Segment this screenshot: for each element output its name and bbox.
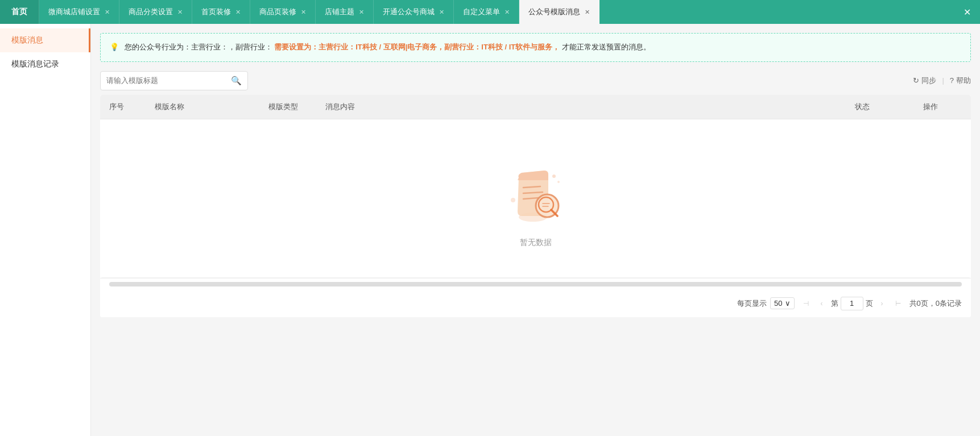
total-info: 共0页，0条记录 (909, 298, 962, 309)
pagination: 每页显示 50 ∨ ⊣ ‹ 第 页 › ⊢ 共0页，0条记录 (100, 290, 971, 317)
col-content: 消息内容 (316, 95, 846, 119)
empty-illustration (502, 160, 570, 229)
nav-tab-product-decor[interactable]: 商品页装修 ✕ (250, 0, 316, 24)
page-nav: ⊣ ‹ 第 页 › ⊢ (799, 297, 905, 310)
nav-tab-home[interactable]: 首页 (0, 0, 39, 24)
search-icon[interactable]: 🔍 (231, 76, 242, 86)
product-decor-label: 商品页装修 (259, 7, 296, 17)
empty-row: 暂无数据 (100, 119, 971, 277)
search-input[interactable] (106, 76, 231, 85)
notice-highlight: 需要设置为：主营行业：IT科技 / 互联网|电子商务，副营行业：IT科技 / I… (274, 43, 560, 51)
nav-tab-template-msg[interactable]: 公众号模版消息 ✕ (519, 0, 599, 24)
empty-state: 暂无数据 (109, 126, 962, 271)
page-size-value: 50 (774, 299, 782, 308)
bulb-icon: 💡 (110, 43, 119, 51)
page-word: 第 (831, 298, 838, 309)
toolbar-right: ↻ 同步 | ? 帮助 (913, 76, 971, 86)
table-header-row: 序号 模版名称 模版类型 消息内容 状态 操作 (100, 95, 971, 119)
help-icon: ? (950, 76, 954, 85)
col-action: 操作 (914, 95, 971, 119)
empty-cell: 暂无数据 (100, 119, 971, 277)
svg-point-10 (557, 181, 560, 183)
page-number-input[interactable] (841, 297, 863, 310)
page-size-chevron-icon: ∨ (785, 299, 791, 308)
page-layout: 模版消息 模版消息记录 💡 您的公众号行业为：主营行业：，副营行业： 需要设置为… (0, 24, 980, 436)
svg-point-11 (511, 198, 515, 202)
close-custom-menu-icon[interactable]: ✕ (505, 9, 510, 16)
product-category-label: 商品分类设置 (129, 7, 173, 17)
sync-button[interactable]: ↻ 同步 (913, 76, 936, 86)
search-wrap: 🔍 (100, 71, 248, 90)
nav-tab-home-decor[interactable]: 首页装修 ✕ (192, 0, 250, 24)
notice-box: 💡 您的公众号行业为：主营行业：，副营行业： 需要设置为：主营行业：IT科技 /… (100, 33, 971, 62)
nav-tab-custom-menu[interactable]: 自定义菜单 ✕ (454, 0, 519, 24)
close-open-mall-icon[interactable]: ✕ (439, 9, 444, 16)
toolbar-divider: | (942, 76, 944, 85)
help-label: 帮助 (956, 76, 971, 86)
close-shop-theme-icon[interactable]: ✕ (359, 9, 364, 16)
shop-settings-label: 微商城店铺设置 (48, 7, 100, 17)
main-content: 💡 您的公众号行业为：主营行业：，副营行业： 需要设置为：主营行业：IT科技 /… (91, 24, 980, 436)
table-container: 序号 模版名称 模版类型 消息内容 状态 操作 (100, 95, 971, 317)
home-decor-label: 首页装修 (201, 7, 231, 17)
nav-tab-shop-settings[interactable]: 微商城店铺设置 ✕ (39, 0, 119, 24)
col-status: 状态 (846, 95, 914, 119)
close-shop-settings-icon[interactable]: ✕ (105, 9, 110, 16)
page-size-select[interactable]: 50 ∨ (770, 297, 794, 309)
per-page-label: 每页显示 (737, 298, 767, 309)
nav-tab-open-mall[interactable]: 开通公众号商城 ✕ (374, 0, 454, 24)
scroll-bar-wrap (100, 278, 971, 290)
col-index: 序号 (100, 95, 146, 119)
data-table: 序号 模版名称 模版类型 消息内容 状态 操作 (100, 95, 971, 278)
sync-label: 同步 (921, 76, 936, 86)
close-all-button[interactable]: ✕ (954, 7, 980, 18)
top-nav: 首页 微商城店铺设置 ✕ 商品分类设置 ✕ 首页装修 ✕ 商品页装修 ✕ 店铺主… (0, 0, 980, 24)
open-mall-label: 开通公众号商城 (383, 7, 435, 17)
sidebar-item-template-msg-record[interactable]: 模版消息记录 (0, 52, 90, 76)
notice-suffix: 才能正常发送预置的消息。 (562, 43, 651, 51)
fake-scrollbar[interactable] (109, 282, 962, 286)
sidebar-template-msg-label: 模版消息 (11, 35, 43, 44)
page-size-wrap: 每页显示 50 ∨ (737, 297, 794, 309)
close-template-msg-icon[interactable]: ✕ (585, 9, 590, 16)
help-button[interactable]: ? 帮助 (950, 76, 971, 86)
col-name: 模版名称 (146, 95, 259, 119)
close-home-decor-icon[interactable]: ✕ (235, 9, 241, 16)
page-label: 页 (866, 298, 873, 309)
col-type: 模版类型 (259, 95, 316, 119)
empty-text: 暂无数据 (520, 238, 552, 248)
first-page-button[interactable]: ⊣ (799, 297, 813, 310)
home-tab-label: 首页 (11, 7, 27, 17)
custom-menu-label: 自定义菜单 (463, 7, 500, 17)
template-msg-label: 公众号模版消息 (528, 7, 580, 17)
last-page-button[interactable]: ⊢ (891, 297, 905, 310)
sync-icon: ↻ (913, 76, 919, 85)
svg-point-9 (552, 175, 556, 178)
nav-tab-product-category[interactable]: 商品分类设置 ✕ (119, 0, 192, 24)
next-page-button[interactable]: › (875, 297, 889, 310)
prev-page-button[interactable]: ‹ (815, 297, 829, 310)
notice-prefix: 您的公众号行业为：主营行业：，副营行业： (125, 43, 272, 51)
close-product-decor-icon[interactable]: ✕ (301, 9, 306, 16)
nav-tab-shop-theme[interactable]: 店铺主题 ✕ (316, 0, 374, 24)
sidebar-item-template-msg[interactable]: 模版消息 (0, 28, 90, 52)
close-product-category-icon[interactable]: ✕ (177, 9, 183, 16)
toolbar: 🔍 ↻ 同步 | ? 帮助 (100, 71, 971, 90)
shop-theme-label: 店铺主题 (325, 7, 354, 17)
sidebar: 模版消息 模版消息记录 (0, 24, 91, 436)
sidebar-template-msg-record-label: 模版消息记录 (11, 59, 59, 68)
